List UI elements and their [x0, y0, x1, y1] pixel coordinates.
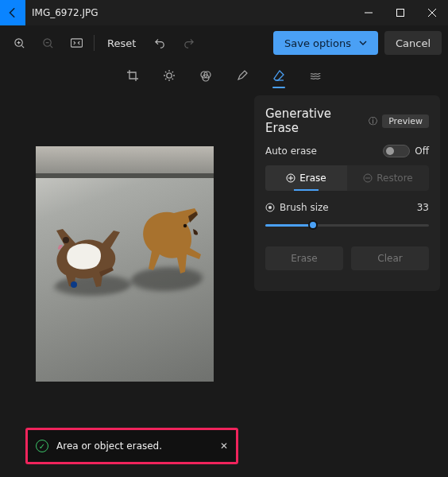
maximize-button[interactable] — [384, 0, 416, 25]
mode-erase[interactable]: Erase — [265, 165, 347, 191]
add-circle-icon — [286, 173, 295, 183]
reset-button[interactable]: Reset — [99, 31, 144, 55]
crop-tab[interactable] — [123, 64, 142, 87]
brush-size-label: Brush size — [280, 202, 329, 213]
mode-segmented: Erase Restore — [265, 165, 429, 191]
adjust-tab[interactable] — [160, 64, 179, 87]
svg-point-4 — [167, 73, 172, 78]
brush-size-value: 33 — [417, 202, 429, 213]
toast-close-button[interactable]: ✕ — [220, 440, 228, 452]
fit-screen-icon[interactable] — [64, 30, 89, 56]
markup-tab[interactable] — [233, 64, 252, 87]
preview-badge: Preview — [382, 114, 429, 128]
panel-title: Generative Erase — [265, 107, 364, 135]
filter-tab[interactable] — [196, 64, 215, 87]
cancel-button[interactable]: Cancel — [384, 31, 442, 55]
zoom-out-icon[interactable] — [35, 30, 60, 56]
toast: ✓ Area or object erased. ✕ — [28, 430, 236, 462]
toast-highlight: ✓ Area or object erased. ✕ — [25, 428, 238, 464]
generative-erase-panel: Generative Erase ⓘ Preview Auto erase Of… — [254, 95, 440, 291]
toast-message: Area or object erased. — [56, 440, 212, 452]
svg-rect-0 — [397, 10, 404, 17]
zoom-in-icon[interactable] — [6, 30, 32, 56]
auto-erase-label: Auto erase — [265, 145, 317, 157]
svg-rect-3 — [71, 39, 82, 47]
chevron-down-icon — [359, 41, 367, 45]
close-window-button[interactable] — [416, 0, 448, 25]
background-tab[interactable] — [306, 64, 325, 87]
toolbar: Reset Save options Cancel — [0, 25, 448, 60]
svg-point-10 — [183, 224, 187, 227]
canvas-area — [2, 91, 248, 382]
info-icon[interactable]: ⓘ — [369, 115, 377, 127]
erase-action-button[interactable]: Erase — [265, 246, 343, 270]
auto-erase-state: Off — [415, 145, 429, 157]
save-options-button[interactable]: Save options — [273, 31, 378, 55]
redo-icon[interactable] — [176, 30, 201, 56]
minus-circle-icon — [363, 173, 373, 183]
image-canvas[interactable] — [36, 146, 214, 382]
minimize-button[interactable] — [353, 0, 384, 25]
back-button[interactable] — [0, 0, 25, 25]
svg-point-9 — [71, 281, 77, 288]
tool-tabs — [0, 60, 448, 91]
clear-action-button[interactable]: Clear — [351, 246, 429, 270]
mode-restore[interactable]: Restore — [347, 165, 429, 191]
svg-point-14 — [268, 206, 272, 209]
brush-size-slider[interactable] — [265, 218, 429, 232]
file-title: IMG_6972.JPG — [32, 7, 98, 18]
save-label: Save options — [284, 37, 351, 49]
success-check-icon: ✓ — [36, 440, 48, 452]
auto-erase-toggle[interactable] — [383, 145, 410, 157]
undo-icon[interactable] — [147, 30, 172, 56]
separator — [94, 35, 95, 51]
erase-tab[interactable] — [269, 64, 288, 87]
title-bar: IMG_6972.JPG — [0, 0, 448, 25]
svg-point-8 — [63, 237, 69, 243]
brush-size-icon — [265, 203, 275, 212]
